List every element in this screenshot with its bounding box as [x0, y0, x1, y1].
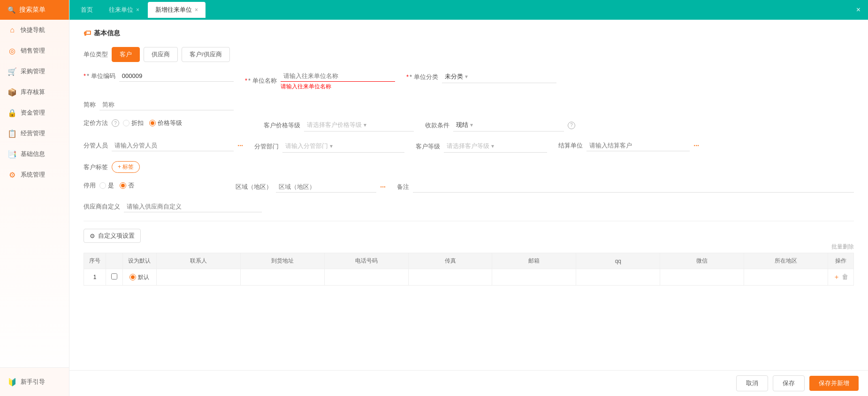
cancel-button[interactable]: 取消: [736, 375, 768, 391]
address-input[interactable]: [245, 274, 320, 280]
default-radio[interactable]: 默认: [128, 273, 152, 281]
dept-group: 分管部门 请输入分管部门 ▾: [254, 140, 404, 153]
abbr-row: 简称: [84, 99, 854, 110]
sidebar-item-label: 基础信息: [21, 150, 45, 158]
radio-no[interactable]: 否: [120, 181, 134, 190]
cell-email[interactable]: [492, 269, 576, 286]
disable-label: 停用: [84, 181, 96, 190]
settle-unit-more-button[interactable]: ···: [693, 142, 699, 149]
contact-input[interactable]: [161, 274, 236, 280]
tab-partner-close[interactable]: ×: [136, 7, 139, 13]
disable-group: 停用 是 否: [84, 181, 224, 190]
row-checkbox[interactable]: [111, 273, 117, 280]
unit-type-group: 单位类型 客户 供应商 客户/供应商: [84, 47, 854, 62]
region-input[interactable]: [749, 274, 823, 280]
cell-fax[interactable]: [408, 269, 492, 286]
sidebar-item-basics[interactable]: 📑 基础信息: [0, 144, 69, 164]
save-button[interactable]: 保存: [773, 375, 805, 391]
search-menu-label: 搜索菜单: [19, 6, 46, 14]
payment-terms-value: 现结: [456, 121, 468, 129]
unit-category-select[interactable]: 未分类 ▾: [442, 70, 556, 83]
window-close-button[interactable]: ×: [853, 4, 864, 16]
region-more-button[interactable]: ···: [380, 183, 386, 191]
tab-partner[interactable]: 往来单位 ×: [101, 2, 147, 18]
add-tag-button[interactable]: + 标签: [112, 161, 140, 173]
tab-home[interactable]: 首页: [73, 2, 100, 18]
cell-default[interactable]: 默认: [122, 269, 156, 286]
row-delete-button[interactable]: 🗑: [842, 273, 848, 280]
default-label: 默认: [138, 273, 149, 281]
purchase-icon: 🛒: [8, 67, 17, 76]
settle-unit-input[interactable]: [586, 140, 690, 151]
cell-phone[interactable]: [324, 269, 408, 286]
cell-checkbox[interactable]: [106, 269, 123, 286]
save-new-button[interactable]: 保存并新增: [809, 376, 859, 391]
type-buttons: 客户 供应商 客户/供应商: [112, 47, 230, 62]
email-input[interactable]: [497, 274, 571, 280]
sidebar-item-inventory[interactable]: 📦 库存核算: [0, 82, 69, 102]
quick-nav-icon: ⌂: [8, 25, 17, 35]
manager-more-button[interactable]: ···: [237, 142, 243, 149]
unit-code-input[interactable]: [119, 70, 234, 82]
type-btn-both[interactable]: 客户/供应商: [182, 47, 230, 62]
payment-terms-label: 收款条件: [425, 121, 449, 130]
region-input[interactable]: [276, 181, 376, 193]
region-label: 区域（地区）: [236, 183, 272, 191]
dept-label: 分管部门: [254, 142, 279, 151]
sidebar-item-sales[interactable]: ◎ 销售管理: [0, 40, 69, 61]
type-btn-customer[interactable]: 客户: [112, 47, 140, 62]
cell-contact[interactable]: [156, 269, 240, 286]
radio-yes[interactable]: 是: [99, 181, 114, 190]
fax-input[interactable]: [413, 274, 487, 280]
wechat-input[interactable]: [665, 274, 739, 280]
col-region: 所在地区: [744, 253, 828, 269]
unit-name-group: * 单位名称 请输入往来单位名称: [245, 70, 395, 91]
unit-name-input[interactable]: [281, 70, 395, 82]
unit-name-label: * 单位名称: [245, 77, 277, 85]
pricing-row: 定价方法 ? 折扣 价格等级 客户价格等级: [84, 119, 854, 132]
type-btn-supplier[interactable]: 供应商: [144, 47, 178, 62]
sidebar-item-finance[interactable]: 🔒 资金管理: [0, 102, 69, 123]
sidebar-item-purchase[interactable]: 🛒 采购管理: [0, 61, 69, 82]
tab-new-partner-close[interactable]: ×: [195, 7, 198, 13]
unit-type-label: 单位类型: [84, 50, 108, 59]
batch-delete-button[interactable]: 批量删除: [831, 243, 854, 251]
sidebar-item-system[interactable]: ⚙ 系统管理: [0, 164, 69, 185]
form-content: 🏷 基本信息 单位类型 客户 供应商 客户/供应商 * 单位编码 * 单位名称: [69, 20, 868, 370]
search-icon: 🔍: [8, 6, 15, 14]
remark-input[interactable]: [413, 181, 854, 193]
manager-input[interactable]: [112, 140, 234, 151]
radio-no-circle: [120, 182, 126, 189]
help-icon[interactable]: ?: [112, 119, 119, 127]
search-menu-item[interactable]: 🔍 搜索菜单: [0, 0, 69, 20]
cell-region[interactable]: [744, 269, 828, 286]
sidebar-item-guide[interactable]: 🔰 新手引导: [0, 372, 69, 392]
sidebar-item-operation[interactable]: 📋 经营管理: [0, 123, 69, 144]
tab-new-partner[interactable]: 新增往来单位 ×: [148, 2, 206, 18]
abbr-input[interactable]: [99, 99, 234, 110]
supplier-custom-input[interactable]: [124, 201, 262, 212]
settle-unit-label: 结算单位: [558, 141, 583, 150]
sidebar-item-label: 销售管理: [21, 47, 45, 55]
section-icon: 🏷: [84, 29, 91, 38]
row-add-button[interactable]: ＋: [833, 273, 840, 280]
custom-settings-button[interactable]: ⚙ 自定义项设置: [84, 229, 141, 243]
sidebar-item-label: 资金管理: [21, 109, 45, 117]
sidebar-item-quick-nav[interactable]: ⌂ 快捷导航: [0, 20, 69, 40]
radio-discount[interactable]: 折扣: [123, 119, 144, 127]
dept-select[interactable]: 请输入分管部门 ▾: [282, 140, 404, 153]
radio-level[interactable]: 价格等级: [149, 119, 182, 127]
cell-wechat[interactable]: [660, 269, 744, 286]
payment-help-icon[interactable]: ?: [568, 122, 575, 129]
cell-qq[interactable]: [576, 269, 660, 286]
qq-input[interactable]: [581, 274, 655, 280]
cell-address[interactable]: [240, 269, 324, 286]
customer-price-select[interactable]: 请选择客户价格等级 ▾: [304, 119, 414, 132]
phone-input[interactable]: [329, 274, 404, 280]
abbr-label: 简称: [84, 101, 96, 109]
col-fax: 传真: [408, 253, 492, 269]
customer-level-select[interactable]: 请选择客户等级 ▾: [444, 140, 547, 153]
sidebar-item-label: 快捷导航: [21, 26, 45, 34]
pricing-method-group: 定价方法 ? 折扣 价格等级: [84, 119, 252, 127]
payment-terms-select[interactable]: 现结 ▾: [453, 119, 564, 132]
